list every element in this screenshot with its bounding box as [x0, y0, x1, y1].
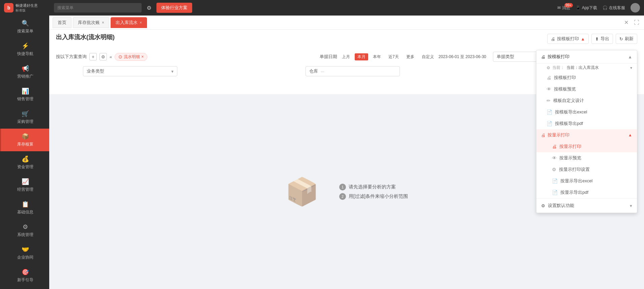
filter-tag[interactable]: ⊙ 流水明细 ×: [115, 53, 147, 61]
dropdown-template-excel[interactable]: 📄 按模板导出excel: [536, 106, 637, 118]
voucher-type-label: 单据类型: [497, 54, 514, 60]
tab-batch[interactable]: 库存批次账 ×: [73, 17, 109, 28]
sidebar-item-purchase[interactable]: 🛒 采购管理: [0, 106, 49, 129]
tab-flow[interactable]: 出入库流水 ×: [111, 17, 147, 28]
sidebar-item-label: 企业协同: [17, 255, 33, 260]
user-avatar[interactable]: [631, 3, 640, 12]
sidebar-item-guide[interactable]: 🎯 新手引导: [0, 264, 49, 287]
filter-tag-close[interactable]: ×: [141, 54, 144, 59]
dropdown-display-settings[interactable]: ⚙ 按显示打印设置: [536, 164, 637, 175]
tab-batch-close[interactable]: ×: [102, 20, 104, 25]
dropdown-display-preview[interactable]: 👁 按显示预览: [536, 152, 637, 164]
template-print-icon: 🖨: [547, 75, 551, 80]
tab-home-label: 首页: [58, 20, 66, 26]
page-header-row: 出入库流水(流水明细) 🖨 按模板打印 ▲ ⬆ 导出 ↻ 刷新: [49, 30, 644, 47]
tab-home[interactable]: 首页: [53, 17, 71, 28]
sidebar-item-enterprise[interactable]: 🤝 企业协同: [0, 242, 49, 264]
app-name: 畅捷通好生意: [16, 3, 38, 8]
warehouse-more-icon[interactable]: ···: [321, 69, 324, 74]
date-btn-this-month[interactable]: 本月: [355, 53, 368, 60]
template-design-icon: ✏: [547, 98, 551, 103]
business-type-field[interactable]: 业务类型 ▾: [83, 66, 177, 76]
set-default-icon: ⚙: [541, 203, 545, 208]
dropdown-template-pdf[interactable]: 📄 按模板导出pdf: [536, 118, 637, 129]
dropdown-template-print[interactable]: 🖨 按模板打印: [536, 72, 637, 83]
warehouse-field[interactable]: 仓库 ···: [305, 66, 400, 76]
sidebar-item-label: 新手引导: [17, 277, 33, 283]
dropdown-collapse-button[interactable]: ▲: [628, 54, 632, 59]
topbar-gear-icon[interactable]: ⚙: [144, 3, 154, 12]
sidebar-item-search[interactable]: 🔍 搜索菜单: [0, 16, 49, 38]
app-badge: 标准版: [16, 8, 38, 13]
print-button[interactable]: 🖨 按模板打印 ▲: [547, 34, 589, 44]
filter-query-section: 按以下方案查询 + ⚙ « ⊙ 流水明细 ×: [56, 53, 313, 61]
sidebar-item-sales[interactable]: 📊 销售管理: [0, 83, 49, 106]
sidebar-item-quick-nav[interactable]: ⚡ 快捷导航: [0, 38, 49, 61]
sidebar-item-inventory[interactable]: 📦 库存核算: [0, 129, 49, 151]
app-download-icon: 📱: [576, 5, 581, 10]
hint-item-1: 1 请先选择要分析的方案: [339, 184, 396, 190]
search-input[interactable]: [54, 3, 142, 12]
dropdown-title: 🖨 按模板打印: [541, 54, 569, 60]
export-icon: ⬆: [595, 36, 599, 42]
page-title: 出入库流水(流水明细): [56, 33, 115, 41]
display-settings-icon: ⚙: [552, 167, 556, 172]
filter-add-button[interactable]: +: [89, 53, 97, 60]
online-service-label: 在线客服: [609, 5, 625, 11]
sidebar-item-label: 搜索菜单: [17, 28, 33, 34]
message-button[interactable]: ✉ 消息 99+: [557, 5, 570, 11]
current-indicator: ⚙: [547, 65, 550, 70]
dropdown-display-print[interactable]: 🖨 按显示打印: [536, 141, 637, 152]
trial-button[interactable]: 体验行业方案: [156, 3, 192, 13]
search-bar[interactable]: [54, 3, 142, 12]
display-section-header[interactable]: 🖨 按显示打印 ▲: [536, 129, 637, 141]
sidebar-item-system[interactable]: ⚙ 系统管理: [0, 219, 49, 242]
filter-expand-button[interactable]: «: [110, 54, 112, 59]
dropdown-template-design[interactable]: ✏ 模板自定义设计: [536, 95, 637, 106]
display-pdf-icon: 📄: [552, 190, 558, 195]
dropdown-template-preview[interactable]: 👁 按模板预览: [536, 83, 637, 95]
date-btn-custom[interactable]: 自定义: [419, 53, 437, 60]
date-btn-more[interactable]: 更多: [404, 53, 417, 60]
lightning-icon: ⚡: [22, 42, 29, 50]
marketing-icon: 📢: [22, 65, 29, 72]
sidebar-item-label: 销售管理: [17, 96, 33, 102]
dropdown-header: 🖨 按模板打印 ▲: [536, 50, 637, 63]
date-btn-last-month[interactable]: 上月: [339, 53, 353, 60]
tab-close-all-button[interactable]: ✕: [623, 18, 630, 27]
export-button[interactable]: ⬆ 导出: [591, 34, 613, 44]
sidebar-item-apps[interactable]: 📱 应用中心: [0, 287, 49, 289]
sidebar-item-operations[interactable]: 📈 经营管理: [0, 174, 49, 196]
business-type-arrow: ▾: [171, 69, 174, 74]
printer-icon: 🖨: [551, 36, 555, 42]
display-preview-icon: 👁: [552, 155, 557, 161]
header-action-row: 🖨 按模板打印 ▲ ⬆ 导出 ↻ 刷新: [547, 34, 637, 44]
tabbar-right: ✕ ⛶: [623, 18, 641, 27]
display-section-arrow: ▲: [628, 133, 632, 137]
system-icon: ⚙: [23, 223, 28, 231]
display-section-title: 🖨 按显示打印: [541, 132, 569, 138]
print-chevron-up: ▲: [581, 36, 585, 42]
dropdown-display-pdf[interactable]: 📄 按显示导出pdf: [536, 187, 637, 198]
sidebar-item-marketing[interactable]: 📢 营销推广: [0, 61, 49, 83]
tab-maximize-button[interactable]: ⛶: [633, 18, 641, 27]
sidebar-item-finance[interactable]: 💰 资金管理: [0, 151, 49, 174]
date-btn-7days[interactable]: 近7天: [386, 53, 402, 60]
tab-flow-close[interactable]: ×: [140, 20, 142, 25]
export-label: 导出: [601, 36, 609, 42]
app-download-button[interactable]: 📱 App下载: [576, 5, 597, 11]
online-service-button[interactable]: 🎧 在线客服: [603, 5, 625, 11]
enterprise-icon: 🤝: [22, 246, 29, 253]
guide-icon: 🎯: [22, 268, 29, 276]
filter-setting-button[interactable]: ⚙: [99, 53, 107, 60]
date-btn-this-year[interactable]: 本年: [370, 53, 384, 60]
set-default-button[interactable]: ⚙ 设置默认功能 ▾: [541, 201, 632, 210]
logo-area: b 畅捷通好生意 标准版: [4, 3, 51, 13]
refresh-button[interactable]: ↻ 刷新: [616, 34, 637, 44]
hint-num-1: 1: [339, 184, 346, 190]
tab-flow-label: 出入库流水: [116, 20, 138, 26]
display-print-icon: 🖨: [552, 144, 557, 149]
dropdown-display-excel[interactable]: 📄 按显示导出excel: [536, 175, 637, 187]
sidebar-item-basic[interactable]: 📋 基础信息: [0, 196, 49, 219]
content-area: 首页 库存批次账 × 出入库流水 × ✕ ⛶ 出入库流水(流水明细): [49, 16, 644, 289]
